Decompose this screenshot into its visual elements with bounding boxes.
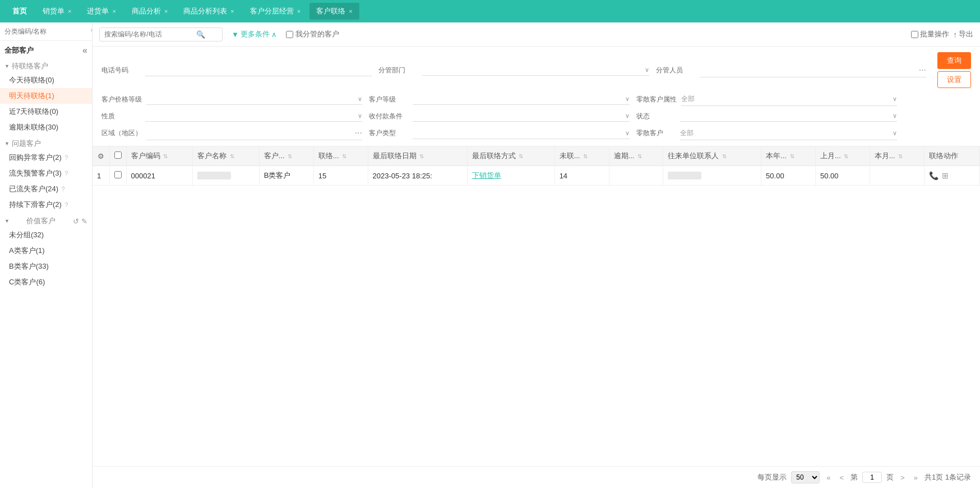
filter-status-select[interactable]: ∨ — [680, 111, 897, 122]
all-customers-header[interactable]: 全部客户 « — [0, 41, 92, 58]
lmonth-sort-icon[interactable]: ⇅ — [844, 153, 848, 159]
method-sort-icon[interactable]: ⇅ — [519, 153, 523, 159]
nav-item-sales-order[interactable]: 销货单 × — [36, 3, 78, 20]
year-sort-icon[interactable]: ⇅ — [790, 153, 794, 159]
top-navigation: 首页 销货单 × 进货单 × 商品分析 × 商品分析列表 × 客户分层经营 × … — [0, 0, 980, 22]
region-dots-btn[interactable]: ··· — [355, 128, 362, 138]
nav-item-home[interactable]: 首页 — [6, 3, 34, 20]
sidebar-item-churned[interactable]: 已流失客户(24) ? — [0, 181, 92, 197]
type-chevron-icon: ∨ — [625, 130, 630, 137]
filter-dept-select[interactable]: ∨ — [422, 65, 649, 76]
export-label: 导出 — [959, 29, 973, 39]
sidebar-item-overdue-contact[interactable]: 逾期未联络(30) — [0, 119, 92, 135]
filter-retail-label: 零散客户属性 — [636, 95, 677, 104]
last-page-button[interactable]: » — [912, 472, 920, 483]
phone-action-icon[interactable]: 📞 — [929, 171, 939, 180]
filter-status-label: 状态 — [636, 112, 676, 121]
sidebar: 🔍 全部客户 « 待联络客户 今天待联络(0) 明天待联络(1) 近7天待联络(… — [0, 22, 93, 488]
nav-close-segment[interactable]: × — [297, 8, 301, 15]
nav-close-product-list[interactable]: × — [230, 8, 234, 15]
sidebar-item-ungrouped[interactable]: 未分组(32) — [0, 227, 92, 243]
td-unreached: 14 — [554, 166, 609, 186]
sidebar-item-tomorrow-pending[interactable]: 明天待联络(1) — [0, 88, 92, 104]
filter-level-select[interactable]: ∨ — [413, 94, 630, 105]
edit-icon[interactable]: ✎ — [81, 217, 87, 225]
th-code: 客户编码 ⇅ — [126, 146, 193, 166]
grid-action-icon[interactable]: ⊞ — [942, 171, 949, 180]
contacts-sort-icon[interactable]: ⇅ — [722, 153, 727, 159]
th-settings[interactable]: ⚙ — [93, 146, 109, 166]
th-checkbox[interactable] — [109, 146, 126, 166]
sidebar-item-churn-warning[interactable]: 流失预警客户(3) ? — [0, 165, 92, 181]
nav-item-purchase-order[interactable]: 进货单 × — [80, 3, 122, 20]
nav-item-customer-segment[interactable]: 客户分层经营 × — [243, 3, 307, 20]
my-customer-checkbox[interactable]: 我分管的客户 — [286, 29, 339, 39]
nav-product-label: 商品分析 — [132, 6, 161, 16]
query-button[interactable]: 查询 — [937, 52, 971, 69]
filter-price-select[interactable]: ∨ — [146, 94, 362, 105]
type-sort-icon[interactable]: ⇅ — [288, 153, 292, 159]
nav-close-purchase[interactable]: × — [112, 8, 115, 15]
code-sort-icon[interactable]: ⇅ — [163, 153, 168, 159]
td-checkbox[interactable] — [109, 166, 126, 186]
unreached-sort-icon[interactable]: ⇅ — [583, 153, 588, 159]
filter-type-select[interactable]: ∨ — [413, 128, 630, 139]
nav-item-product-analysis[interactable]: 商品分析 × — [125, 3, 174, 20]
batch-operation-button[interactable]: 批量操作 — [911, 29, 949, 39]
more-filter-button[interactable]: ▼ 更多条件 ∧ — [227, 27, 281, 42]
collapse-icon[interactable]: « — [82, 45, 87, 56]
batch-checkbox[interactable] — [911, 31, 918, 38]
filter-phone-input[interactable] — [145, 65, 372, 76]
setting-button[interactable]: 设置 — [937, 71, 971, 88]
filter-panel: 电话号码 分管部门 ∨ 分管人员 ··· 查询 — [93, 47, 980, 146]
overdue-sort-icon[interactable]: ⇅ — [637, 153, 642, 159]
filter-payment-select[interactable]: ∨ — [413, 111, 630, 122]
gear-icon[interactable]: ⚙ — [98, 152, 104, 160]
export-button[interactable]: ↑ 导出 — [954, 29, 974, 39]
per-page-select[interactable]: 50 100 200 — [791, 471, 820, 484]
my-customer-check-input[interactable] — [286, 31, 293, 38]
th-last-method: 最后联络方式 ⇅ — [467, 146, 554, 166]
filter-nature-label: 性质 — [101, 112, 141, 121]
sidebar-item-class-a[interactable]: A类客户(1) — [0, 243, 92, 259]
sidebar-item-class-c[interactable]: C类客户(6) — [0, 274, 92, 290]
prev-page-button[interactable]: < — [838, 472, 847, 483]
filter-retail-customer-select[interactable]: 全部 ∨ — [680, 127, 897, 140]
next-page-button[interactable]: > — [898, 472, 907, 483]
tmonth-sort-icon[interactable]: ⇅ — [898, 153, 903, 159]
toolbar-search-icon[interactable]: 🔍 — [196, 30, 205, 39]
sidebar-search-input[interactable] — [4, 27, 89, 35]
nav-close-contact[interactable]: × — [349, 8, 352, 15]
contact-person-masked — [668, 172, 701, 179]
contact-method-link[interactable]: 下销货单 — [472, 171, 501, 179]
sidebar-item-today-pending[interactable]: 今天待联络(0) — [0, 72, 92, 88]
group-problem-customers[interactable]: 问题客户 — [0, 135, 92, 150]
first-page-button[interactable]: « — [824, 472, 833, 483]
select-all-checkbox[interactable] — [114, 151, 122, 159]
group-pending-contact[interactable]: 待联络客户 — [0, 58, 92, 72]
group-value-customers[interactable]: 价值客户 ↺ ✎ — [0, 213, 92, 227]
td-last-date: 2023-05-23 18:25: — [368, 166, 467, 186]
nav-item-customer-contact[interactable]: 客户联络 × — [309, 3, 359, 20]
row-checkbox[interactable] — [114, 171, 122, 178]
name-sort-icon[interactable]: ⇅ — [230, 153, 234, 159]
sidebar-item-class-b[interactable]: B类客户(33) — [0, 259, 92, 274]
refresh-icon[interactable]: ↺ — [73, 217, 79, 225]
toolbar-right: 批量操作 ↑ 导出 — [911, 29, 974, 39]
date-sort-icon[interactable]: ⇅ — [419, 153, 424, 159]
filter-retail-select[interactable]: 全部 ∨ — [681, 93, 897, 106]
page-number-input[interactable] — [862, 472, 882, 483]
contact-sort-icon[interactable]: ⇅ — [342, 153, 346, 159]
manager-dots-btn[interactable]: ··· — [919, 65, 926, 75]
retail-cust-chevron-icon: ∨ — [893, 130, 897, 137]
sidebar-item-week-pending[interactable]: 近7天待联络(0) — [0, 104, 92, 119]
filter-nature-select[interactable]: ∨ — [145, 111, 362, 122]
th-last-month: 上月... ⇅ — [815, 146, 870, 166]
sidebar-item-abnormal-repurchase[interactable]: 回购异常客户(2) ? — [0, 150, 92, 165]
nav-close-sales[interactable]: × — [68, 8, 71, 15]
nav-item-product-analysis-list[interactable]: 商品分析列表 × — [177, 3, 241, 20]
sidebar-item-declining[interactable]: 持续下滑客户(2) ? — [0, 197, 92, 213]
toolbar-search-input[interactable] — [104, 30, 194, 38]
nav-home-label: 首页 — [12, 6, 27, 16]
nav-close-product[interactable]: × — [164, 8, 168, 15]
